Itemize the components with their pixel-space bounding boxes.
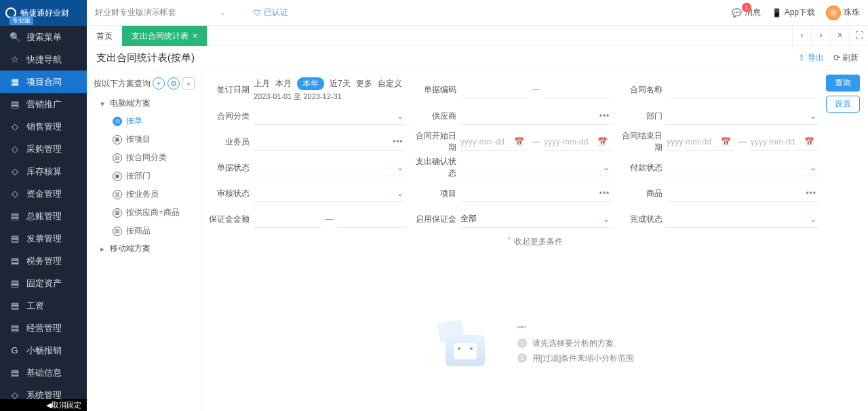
chevron-up-icon: ˄ bbox=[507, 237, 511, 246]
sidebar-item-12[interactable]: ▤工资 bbox=[0, 294, 87, 317]
project-picker[interactable]: ••• bbox=[460, 184, 612, 202]
refresh-button[interactable]: ⟳ 刷新 bbox=[833, 52, 859, 64]
step-2-text: 用[过滤]条件来缩小分析范围 bbox=[532, 353, 635, 364]
bill-status-select[interactable]: ⌄ bbox=[254, 159, 405, 176]
guarantee-to[interactable] bbox=[337, 210, 404, 228]
supplier-picker[interactable]: ••• bbox=[460, 107, 612, 125]
tenant-select[interactable]: 好业财专业版演示帐套 ⌄ bbox=[95, 7, 226, 18]
label-salesman: 业务员 bbox=[205, 136, 250, 148]
user-menu[interactable]: 珠珠 bbox=[826, 5, 860, 20]
app-download-button[interactable]: 📱 App下载 bbox=[772, 7, 815, 18]
tab-current[interactable]: 支出合同统计表 × bbox=[122, 26, 207, 46]
date-preset[interactable]: 自定义 bbox=[378, 78, 402, 90]
sidebar-item-10[interactable]: ▤税务管理 bbox=[0, 250, 87, 272]
tree-node-pc[interactable]: ▾ 电脑端方案 bbox=[91, 95, 197, 112]
tree-node-mobile[interactable]: ▸ 移动端方案 bbox=[91, 240, 197, 257]
messages-button[interactable]: 💬 消息 1 bbox=[732, 7, 761, 18]
audit-status-select[interactable]: ⌄ bbox=[254, 184, 405, 202]
date-preset[interactable]: 近7天 bbox=[330, 78, 351, 90]
settings-button[interactable]: 设置 bbox=[826, 96, 860, 113]
msg-badge: 1 bbox=[742, 3, 751, 12]
sidebar-item-13[interactable]: ▤经营管理 bbox=[0, 317, 87, 339]
sidebar-item-15[interactable]: ▤基础信息 bbox=[0, 361, 87, 384]
collapse-filters-button[interactable]: ˄ 收起更多条件 bbox=[205, 231, 865, 253]
tab-home[interactable]: 首页 bbox=[87, 26, 122, 46]
contract-name-input[interactable] bbox=[667, 81, 818, 98]
guarantee-from[interactable] bbox=[254, 210, 321, 228]
leaf-icon: ▣ bbox=[113, 172, 122, 181]
tabs-prev-button[interactable]: ‹ bbox=[792, 26, 811, 45]
leaf-icon: ▤ bbox=[113, 153, 122, 163]
finish-status-select[interactable]: ⌄ bbox=[667, 210, 818, 228]
sidebar-item-7[interactable]: ◇资金管理 bbox=[0, 182, 87, 205]
scheme-add-button[interactable]: + bbox=[153, 77, 165, 90]
scheme-leaf-1[interactable]: ▣按项目 bbox=[91, 130, 197, 149]
start-date-to[interactable]: 📅 bbox=[544, 133, 611, 151]
sidebar-item-3[interactable]: ▤营销推广 bbox=[0, 93, 87, 115]
more-icon: ••• bbox=[806, 189, 816, 198]
sidebar-item-0[interactable]: 🔍搜索菜单 bbox=[0, 26, 87, 48]
leaf-icon: ▦ bbox=[113, 208, 122, 218]
export-button[interactable]: ⇪ 导出 bbox=[798, 52, 823, 64]
scheme-settings-button[interactable]: ⚙ bbox=[167, 77, 180, 90]
date-preset[interactable]: 上月 bbox=[254, 78, 270, 90]
leaf-icon: ▣ bbox=[113, 135, 122, 144]
tabs-close-all-button[interactable]: × bbox=[830, 26, 849, 45]
sidebar-item-14[interactable]: G小畅报销 bbox=[0, 339, 87, 361]
label-end-date: 合同结束日期 bbox=[618, 130, 663, 153]
tabs-next-button[interactable]: › bbox=[811, 26, 830, 45]
label-guarantee-amt: 保证金金额 bbox=[205, 214, 250, 225]
sidebar-unpin[interactable]: ◀ 取消固定 bbox=[0, 399, 87, 411]
sidebar-icon: ▤ bbox=[9, 300, 20, 311]
sidebar-item-8[interactable]: ▤总账管理 bbox=[0, 205, 87, 227]
sidebar-item-11[interactable]: ▤固定资产 bbox=[0, 272, 87, 294]
end-date-to[interactable]: 📅 bbox=[751, 133, 818, 151]
avatar bbox=[826, 5, 841, 20]
empty-illustration bbox=[436, 319, 497, 373]
sidebar-icon: ◇ bbox=[9, 189, 20, 199]
start-date-from[interactable]: 📅 bbox=[460, 133, 528, 151]
sidebar-item-1[interactable]: ☆快捷导航 bbox=[0, 48, 87, 71]
sidebar-item-6[interactable]: ◇库存核算 bbox=[0, 160, 87, 182]
scheme-leaf-2[interactable]: ▤按合同分类 bbox=[91, 149, 197, 167]
scheme-leaf-3[interactable]: ▣按部门 bbox=[91, 167, 197, 185]
verified-badge: 🛡 已认证 bbox=[253, 7, 288, 18]
bill-code-to[interactable] bbox=[544, 81, 611, 98]
date-preset[interactable]: 本年 bbox=[297, 77, 324, 90]
date-range-text: 2023-01-01 至 2023-12-31 bbox=[254, 92, 405, 102]
label-audit-status: 审核状态 bbox=[205, 188, 250, 199]
contract-cat-select[interactable]: ⌄ bbox=[254, 107, 405, 125]
scheme-collapse-button[interactable]: « bbox=[182, 77, 195, 90]
label-finish-status: 完成状态 bbox=[618, 214, 663, 225]
dept-select[interactable]: ⌄ bbox=[667, 107, 818, 125]
salesman-picker[interactable]: ••• bbox=[254, 133, 405, 151]
date-preset[interactable]: 本月 bbox=[275, 78, 292, 90]
date-preset[interactable]: 更多 bbox=[356, 78, 372, 90]
sidebar-icon: ▤ bbox=[9, 323, 20, 333]
goods-picker[interactable]: ••• bbox=[667, 184, 818, 202]
confirm-status-select[interactable]: ⌄ bbox=[460, 159, 612, 176]
sidebar-icon: ▤ bbox=[9, 278, 20, 288]
calendar-icon: 📅 bbox=[804, 137, 814, 146]
pay-status-select[interactable]: ⌄ bbox=[667, 159, 818, 176]
sidebar-item-5[interactable]: ◇采购管理 bbox=[0, 138, 87, 160]
scheme-leaf-5[interactable]: ▦按供应商+商品 bbox=[91, 203, 197, 222]
scheme-leaf-0[interactable]: ◷按单 bbox=[91, 112, 197, 130]
calendar-icon: 📅 bbox=[597, 137, 608, 146]
content: 按以下方案查询 + ⚙ « ▾ 电脑端方案 ◷按单▣按项目▤按合同分类▣按部门▥… bbox=[87, 71, 868, 411]
label-bill-status: 单据状态 bbox=[205, 162, 250, 174]
more-icon: ••• bbox=[599, 111, 610, 121]
label-pay-status: 付款状态 bbox=[618, 162, 663, 174]
query-button[interactable]: 查询 bbox=[826, 75, 860, 92]
sidebar-item-4[interactable]: ◇销售管理 bbox=[0, 115, 87, 138]
fullscreen-button[interactable]: ⛶ bbox=[849, 26, 868, 45]
sidebar-item-2[interactable]: ▦项目合同 bbox=[0, 71, 87, 93]
scheme-leaf-4[interactable]: ▥按业务员 bbox=[91, 185, 197, 203]
scheme-leaf-6[interactable]: ▧按商品 bbox=[91, 222, 197, 240]
close-icon[interactable]: × bbox=[193, 31, 197, 41]
calendar-icon: 📅 bbox=[514, 137, 524, 146]
guarantee-enable-select[interactable]: 全部 ⌄ bbox=[460, 210, 612, 228]
sidebar-item-9[interactable]: ▤发票管理 bbox=[0, 227, 87, 250]
bill-code-from[interactable] bbox=[460, 81, 528, 98]
end-date-from[interactable]: 📅 bbox=[667, 133, 734, 151]
